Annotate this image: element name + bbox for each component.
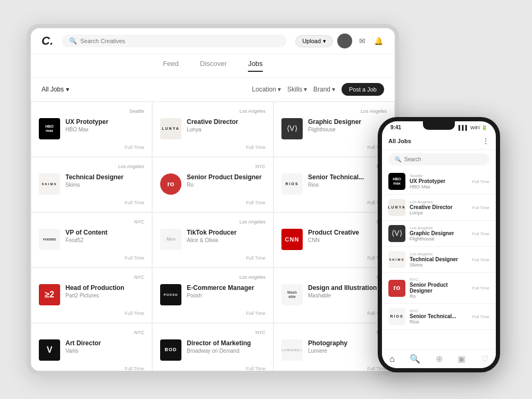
job-type: Full Time <box>281 311 387 316</box>
location-filter[interactable]: Location ▾ <box>252 86 281 93</box>
phone-job-item[interactable]: RIOSNYCSenior Technical...RiosFull Time <box>382 304 496 330</box>
job-company: Rios <box>308 182 387 188</box>
phone-all-jobs[interactable]: All Jobs <box>388 138 411 144</box>
job-card[interactable]: Los AngelesPOOSHE-Commerce ManagerPooshF… <box>152 268 273 323</box>
header-actions: Upload ▾ ✉ 🔔 <box>295 34 384 48</box>
company-logo: HBO max <box>39 118 60 139</box>
job-card[interactable]: NYC≥2Head of ProductionPart2 PicturesFul… <box>31 268 152 323</box>
job-title: Photography <box>308 339 387 347</box>
company-logo: Alice <box>160 229 181 250</box>
right-filters: Location ▾ Skills ▾ Brand ▾ Post a Job <box>252 83 384 96</box>
skills-filter[interactable]: Skills ▾ <box>287 86 307 93</box>
phone-search-bar[interactable]: 🔍 <box>388 153 489 165</box>
phone-job-company: HBO Max <box>410 184 468 189</box>
upload-button[interactable]: Upload ▾ <box>295 35 333 47</box>
notification-icon[interactable]: 🔔 <box>372 35 384 47</box>
wifi-icon: WiFi <box>470 125 480 130</box>
job-type: Full Time <box>281 255 387 261</box>
job-card[interactable]: Los AngelesAliceTikTok ProducerAlice & O… <box>152 212 273 268</box>
phone-search-nav-icon[interactable]: 🔍 <box>410 354 420 364</box>
job-location: NYC <box>39 275 144 280</box>
job-type: Full Time <box>160 255 265 261</box>
phone-job-title: Senior Technical... <box>410 313 468 319</box>
job-company: Poosh <box>187 293 265 298</box>
job-title: Technical Designer <box>65 173 144 181</box>
job-card[interactable]: NYCMash ableDesign and IllustrationMasha… <box>273 268 395 323</box>
company-logo: POOSH <box>160 284 181 305</box>
job-title: Product Creative <box>308 229 387 236</box>
phone-job-company: Flighthouse <box>410 236 468 242</box>
nav-feed[interactable]: Feed <box>163 60 179 72</box>
chevron-down-icon: ▾ <box>66 86 69 93</box>
job-title: Design and Illustration <box>308 284 387 292</box>
job-card-body: CNNProduct CreativeCNN <box>281 229 387 250</box>
nav-discover[interactable]: Discover <box>200 60 227 72</box>
nav-jobs[interactable]: Jobs <box>248 60 262 72</box>
job-location: Los Angeles <box>39 164 144 169</box>
job-card[interactable]: Los Angeles⟨V⟩Graphic DesignerFlighthous… <box>273 102 395 157</box>
job-company: Food52 <box>65 237 144 243</box>
phone-job-type: Full Time <box>472 179 489 184</box>
job-card[interactable]: NYCBODDirector of MarketingBroadway on D… <box>152 323 273 371</box>
job-card[interactable]: NYCLUMIERE+PhotographyLumiereFull Time <box>273 323 395 371</box>
job-card-body: HBO maxUX PrototyperHBO Max <box>39 118 144 139</box>
phone-time: 9:41 <box>390 124 401 130</box>
job-type: Full Time <box>39 200 144 205</box>
job-company: Mashable <box>308 293 387 298</box>
phone-job-title: UX Prototyper <box>410 178 468 184</box>
job-location: NYC <box>39 330 144 335</box>
job-card[interactable]: NYCRIOSSenior Technical...RiosFull Time <box>273 157 395 212</box>
company-logo: Mash able <box>281 284 303 305</box>
job-card-body: LUNYACreative DirectorLunya <box>160 118 265 139</box>
job-card[interactable]: NYCFOOD52VP of ContentFood52Full Time <box>31 212 152 268</box>
search-input[interactable] <box>80 38 279 44</box>
job-card[interactable]: SeattleHBO maxUX PrototyperHBO MaxFull T… <box>31 102 152 157</box>
mail-icon[interactable]: ✉ <box>356 35 368 47</box>
job-card[interactable]: Los AngelesSKIMSTechnical DesignerSkimsF… <box>31 157 152 212</box>
phone-filter-icon[interactable]: ⋮ <box>482 137 489 145</box>
avatar[interactable] <box>337 34 352 48</box>
job-card-body: RIOSSenior Technical...Rios <box>281 173 387 195</box>
phone-job-item[interactable]: ⟨V⟩Los AngelesGraphic DesignerFlighthous… <box>382 221 496 247</box>
phone-company-logo: HBO max <box>388 173 405 190</box>
job-location: NYC <box>281 219 387 225</box>
brand-filter[interactable]: Brand ▾ <box>313 86 335 93</box>
phone-job-type: Full Time <box>472 286 489 290</box>
job-location: Los Angeles <box>281 109 387 114</box>
phone-job-location: NYC <box>410 309 468 313</box>
phone-job-title: Graphic Designer <box>410 230 468 236</box>
job-location: NYC <box>160 330 265 335</box>
job-card[interactable]: NYCroSenior Product DesignerRoFull Time <box>152 157 273 212</box>
company-logo: CNN <box>281 229 303 250</box>
phone-company-logo: SKIMS <box>388 251 405 268</box>
job-title: VP of Content <box>65 229 144 236</box>
phone-job-item[interactable]: SKIMSLos AngelesTechnical DesignerSkimsF… <box>382 247 496 273</box>
job-card[interactable]: NYCVArt DirectorVariisFull Time <box>31 323 152 371</box>
phone-job-item[interactable]: LUNYALos AngelesCreative DirectorLunyaFu… <box>382 195 496 221</box>
job-title: UX Prototyper <box>65 118 144 126</box>
job-card-body: SKIMSTechnical DesignerSkims <box>39 173 144 195</box>
phone-home-icon[interactable]: ⌂ <box>389 354 395 364</box>
job-card-body: FOOD52VP of ContentFood52 <box>39 229 144 250</box>
all-jobs-filter[interactable]: All Jobs ▾ <box>41 86 69 93</box>
phone-company-logo: ⟨V⟩ <box>388 225 405 242</box>
job-card[interactable]: NYCCNNProduct CreativeCNNFull Time <box>273 212 395 268</box>
job-card[interactable]: Los AngelesLUNYACreative DirectorLunyaFu… <box>152 102 273 157</box>
search-bar[interactable]: 🔍 <box>62 35 287 47</box>
job-company: Variis <box>65 348 144 354</box>
company-logo: LUNYA <box>160 118 181 139</box>
phone-add-icon[interactable]: ⊕ <box>436 354 443 364</box>
job-card-body: ⟨V⟩Graphic DesignerFlighthouse <box>281 118 387 139</box>
phone-job-type: Full Time <box>472 231 489 236</box>
phone-search-input[interactable] <box>404 156 483 162</box>
job-card-body: BODDirector of MarketingBroadway on Dema… <box>160 339 265 361</box>
job-type: Full Time <box>281 145 387 150</box>
phone-profile-icon[interactable]: ♡ <box>481 354 488 364</box>
phone-job-title: Technical Designer <box>410 256 468 262</box>
phone-job-item[interactable]: HBO maxSeattleUX PrototyperHBO MaxFull T… <box>382 169 496 195</box>
phone-search-icon: 🔍 <box>395 156 401 162</box>
post-job-button[interactable]: Post a Job <box>342 83 384 96</box>
phone-job-list: HBO maxSeattleUX PrototyperHBO MaxFull T… <box>382 169 496 349</box>
phone-grid-icon[interactable]: ▣ <box>458 354 466 364</box>
phone-job-item[interactable]: roNYCSenior Product DesignerRoFull Time <box>382 273 496 304</box>
